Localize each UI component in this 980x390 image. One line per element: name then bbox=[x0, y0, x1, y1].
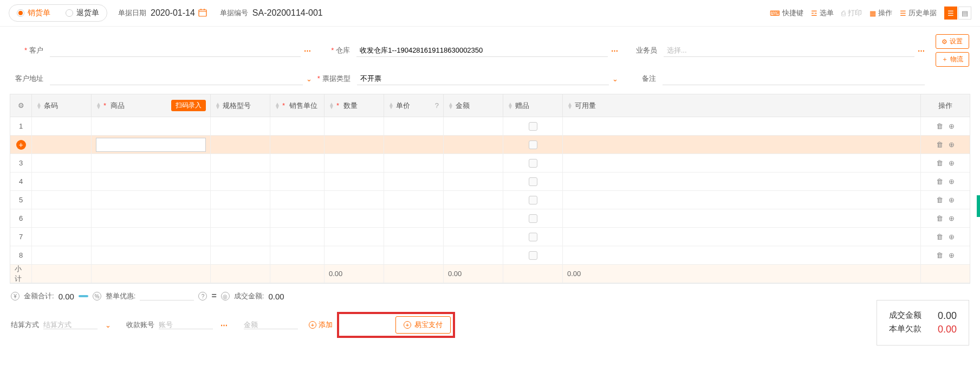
price-cell[interactable] bbox=[384, 172, 444, 190]
ops-button[interactable]: ▦操作 bbox=[869, 8, 892, 18]
price-cell[interactable] bbox=[384, 209, 444, 227]
unit-cell[interactable] bbox=[270, 191, 324, 209]
side-handle[interactable] bbox=[977, 195, 980, 217]
help-icon[interactable]: ? bbox=[435, 101, 439, 110]
add-icon[interactable]: ⊕ bbox=[949, 140, 955, 149]
table-row[interactable]: 7🗑⊕ bbox=[10, 228, 970, 246]
delete-icon[interactable]: 🗑 bbox=[936, 159, 943, 167]
add-icon[interactable]: ⊕ bbox=[949, 159, 955, 167]
tab-return[interactable]: 退货单 bbox=[58, 5, 107, 21]
discount-input[interactable] bbox=[140, 292, 194, 301]
qty-cell[interactable] bbox=[324, 191, 384, 209]
unit-cell[interactable] bbox=[270, 154, 324, 172]
amount-cell[interactable] bbox=[444, 246, 503, 264]
unit-cell[interactable] bbox=[270, 117, 324, 135]
view-detail-button[interactable]: ▤ bbox=[958, 7, 971, 20]
product-cell[interactable] bbox=[92, 191, 211, 209]
barcode-cell[interactable] bbox=[32, 117, 92, 135]
amount-cell[interactable] bbox=[444, 172, 503, 190]
tab-sales[interactable]: 销货单 bbox=[9, 5, 58, 21]
barcode-cell[interactable] bbox=[32, 209, 92, 227]
delete-icon[interactable]: 🗑 bbox=[936, 196, 943, 204]
col-gift[interactable]: ▲▼赠品 bbox=[503, 94, 563, 117]
more-icon[interactable]: ⋯ bbox=[611, 47, 619, 55]
barcode-cell[interactable] bbox=[32, 154, 92, 172]
add-icon[interactable]: ⊕ bbox=[949, 251, 955, 259]
price-cell[interactable] bbox=[384, 117, 444, 135]
scan-entry-button[interactable]: 扫码录入 bbox=[171, 100, 206, 111]
qty-cell[interactable] bbox=[324, 172, 384, 190]
product-cell-input[interactable] bbox=[96, 138, 206, 152]
amount-cell[interactable] bbox=[444, 209, 503, 227]
product-cell[interactable] bbox=[92, 154, 211, 172]
barcode-cell[interactable] bbox=[32, 136, 92, 154]
account-input[interactable] bbox=[159, 321, 213, 329]
qty-cell[interactable] bbox=[324, 228, 384, 246]
unit-cell[interactable] bbox=[270, 209, 324, 227]
amount-cell[interactable] bbox=[444, 117, 503, 135]
delete-icon[interactable]: 🗑 bbox=[936, 251, 943, 259]
add-row-button[interactable]: + bbox=[10, 136, 32, 154]
col-amount[interactable]: ▲▼金额 bbox=[444, 94, 503, 117]
product-cell[interactable] bbox=[92, 246, 211, 264]
more-icon[interactable]: ⋯ bbox=[918, 47, 926, 55]
product-cell[interactable] bbox=[92, 172, 211, 190]
billtype-input[interactable] bbox=[357, 72, 609, 85]
unit-cell[interactable] bbox=[270, 228, 324, 246]
amount-cell[interactable] bbox=[444, 191, 503, 209]
spec-cell[interactable] bbox=[211, 172, 270, 190]
view-compact-button[interactable]: ☰ bbox=[944, 7, 957, 20]
table-row[interactable]: +🗑⊕ bbox=[10, 136, 970, 154]
barcode-cell[interactable] bbox=[32, 191, 92, 209]
history-button[interactable]: ☰历史单据 bbox=[900, 8, 937, 18]
col-barcode[interactable]: ▲▼条码 bbox=[32, 94, 92, 117]
spec-cell[interactable] bbox=[211, 154, 270, 172]
col-unit[interactable]: ▲▼*销售单位 bbox=[270, 94, 324, 117]
table-row[interactable]: 6🗑⊕ bbox=[10, 209, 970, 228]
gift-checkbox[interactable] bbox=[529, 233, 537, 241]
col-avail[interactable]: ▲▼可用量 bbox=[563, 94, 921, 117]
more-icon[interactable]: ⋯ bbox=[304, 47, 312, 55]
address-input[interactable] bbox=[50, 72, 303, 85]
help-icon[interactable]: ? bbox=[198, 292, 207, 301]
remark-input[interactable] bbox=[663, 72, 925, 85]
amount-cell[interactable] bbox=[444, 228, 503, 246]
pick-button[interactable]: ☲选单 bbox=[811, 8, 834, 18]
qty-cell[interactable] bbox=[324, 209, 384, 227]
spec-cell[interactable] bbox=[211, 246, 270, 264]
add-icon[interactable]: ⊕ bbox=[949, 177, 955, 186]
price-cell[interactable] bbox=[384, 191, 444, 209]
barcode-cell[interactable] bbox=[32, 246, 92, 264]
barcode-cell[interactable] bbox=[32, 228, 92, 246]
price-cell[interactable] bbox=[384, 136, 444, 154]
yeepay-button[interactable]: + 易宝支付 bbox=[395, 316, 451, 334]
unit-cell[interactable] bbox=[270, 136, 324, 154]
calendar-icon[interactable] bbox=[198, 8, 207, 18]
delete-icon[interactable]: 🗑 bbox=[936, 140, 943, 149]
barcode-cell[interactable] bbox=[32, 172, 92, 190]
amount-input[interactable] bbox=[244, 321, 298, 329]
product-cell[interactable] bbox=[92, 117, 211, 135]
qty-cell[interactable] bbox=[324, 117, 384, 135]
spec-cell[interactable] bbox=[211, 117, 270, 135]
product-cell[interactable] bbox=[92, 209, 211, 227]
amount-cell[interactable] bbox=[444, 154, 503, 172]
table-row[interactable]: 1🗑⊕ bbox=[10, 117, 970, 136]
table-row[interactable]: 4🗑⊕ bbox=[10, 172, 970, 191]
price-cell[interactable] bbox=[384, 246, 444, 264]
gift-checkbox[interactable] bbox=[529, 140, 537, 149]
spec-cell[interactable] bbox=[211, 228, 270, 246]
table-row[interactable]: 3🗑⊕ bbox=[10, 154, 970, 172]
add-payment-button[interactable]: + 添加 bbox=[309, 320, 333, 330]
unit-cell[interactable] bbox=[270, 172, 324, 190]
price-cell[interactable] bbox=[384, 154, 444, 172]
delete-icon[interactable]: 🗑 bbox=[936, 122, 943, 130]
date-value[interactable]: 2020-01-14 bbox=[151, 8, 195, 18]
amount-cell[interactable] bbox=[444, 136, 503, 154]
table-row[interactable]: 8🗑⊕ bbox=[10, 246, 970, 265]
product-cell[interactable] bbox=[92, 228, 211, 246]
gift-checkbox[interactable] bbox=[529, 159, 537, 168]
col-product[interactable]: ▲▼*商品扫码录入 bbox=[92, 94, 211, 117]
shortcut-button[interactable]: ⌨快捷键 bbox=[770, 8, 803, 18]
delete-icon[interactable]: 🗑 bbox=[936, 214, 943, 222]
